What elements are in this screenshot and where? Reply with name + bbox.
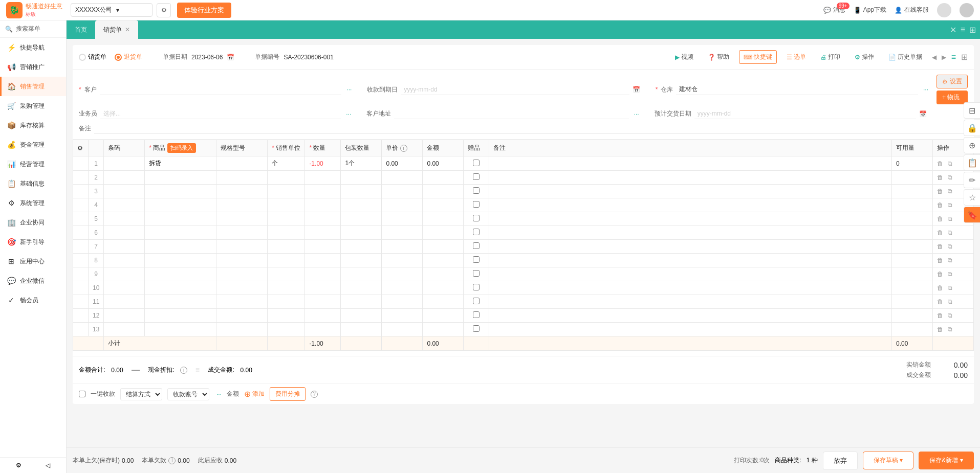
row-barcode[interactable] (104, 323, 145, 336)
row-pkg-qty[interactable] (341, 198, 382, 212)
remarks-input[interactable] (94, 123, 968, 134)
row-pkg-qty[interactable] (341, 240, 382, 254)
row-pkg-qty[interactable] (341, 281, 382, 295)
delete-icon[interactable]: 🗑 (937, 174, 943, 181)
view-mode-2-icon[interactable]: ⊞ (961, 52, 968, 62)
float-btn-5[interactable]: ✏ (964, 172, 980, 188)
row-qty[interactable] (305, 281, 341, 295)
row-unit[interactable] (268, 212, 305, 226)
row-gift[interactable] (464, 295, 489, 309)
copy-icon[interactable]: ⧉ (948, 201, 952, 209)
row-spec[interactable] (216, 309, 268, 323)
row-product[interactable] (145, 198, 216, 212)
sidebar-settings-icon[interactable]: ⚙ (16, 462, 21, 469)
row-barcode[interactable] (104, 198, 145, 212)
row-product[interactable] (145, 226, 216, 240)
payment-account-select[interactable]: 收款账号 (167, 388, 209, 400)
tab-list-icon[interactable]: ≡ (961, 25, 965, 34)
row-spec[interactable] (216, 267, 268, 281)
row-unit[interactable] (268, 240, 305, 254)
operation-btn[interactable]: ⚙ 操作 (850, 50, 879, 64)
row-barcode[interactable] (104, 226, 145, 240)
sidebar-item-purchase[interactable]: 🛒 采购管理 (0, 96, 66, 116)
row-price[interactable] (382, 198, 423, 212)
copy-icon[interactable]: ⧉ (948, 271, 952, 278)
price-info-icon[interactable]: i (400, 145, 407, 152)
row-spec[interactable] (216, 254, 268, 267)
salesman-dots-btn[interactable]: ··· (346, 110, 351, 118)
row-spec[interactable] (216, 323, 268, 336)
row-amount[interactable] (423, 254, 464, 267)
copy-icon[interactable]: ⧉ (948, 229, 952, 236)
settings-button[interactable]: ⚙ (157, 3, 171, 17)
sidebar-item-wechat[interactable]: 💬 企业微信 (0, 271, 66, 290)
row-qty[interactable] (305, 309, 341, 323)
row-gift[interactable] (464, 171, 489, 185)
row-product[interactable] (145, 267, 216, 281)
avatar[interactable] (937, 3, 951, 17)
row-barcode[interactable] (104, 156, 145, 171)
row-gift[interactable] (464, 309, 489, 323)
row-product[interactable] (145, 156, 216, 171)
row-remark[interactable] (489, 198, 892, 212)
row-gift[interactable] (464, 185, 489, 198)
tab-grid-icon[interactable]: ⊞ (969, 25, 976, 35)
row-barcode[interactable] (104, 240, 145, 254)
delete-icon[interactable]: 🗑 (937, 215, 943, 222)
row-remark[interactable] (489, 281, 892, 295)
row-remark[interactable] (489, 323, 892, 336)
float-btn-2[interactable]: 🔒 (964, 120, 980, 136)
row-barcode[interactable] (104, 171, 145, 185)
row-price[interactable] (382, 240, 423, 254)
select-order-btn[interactable]: ☰ 选单 (782, 50, 811, 64)
sidebar-item-operations[interactable]: 📊 经营管理 (0, 154, 66, 174)
delete-icon[interactable]: 🗑 (937, 201, 943, 209)
row-barcode[interactable] (104, 267, 145, 281)
row-pkg-qty[interactable] (341, 212, 382, 226)
row-gift[interactable] (464, 240, 489, 254)
row-remark[interactable] (489, 185, 892, 198)
due-date-input[interactable] (401, 84, 629, 95)
row-gift[interactable] (464, 212, 489, 226)
row-spec[interactable] (216, 171, 268, 185)
row-remark[interactable] (489, 254, 892, 267)
copy-icon[interactable]: ⧉ (948, 284, 952, 291)
delete-icon[interactable]: 🗑 (937, 188, 943, 195)
row-qty[interactable] (305, 185, 341, 198)
row-barcode[interactable] (104, 295, 145, 309)
delete-icon[interactable]: 🗑 (937, 284, 943, 291)
row-pkg-qty[interactable] (341, 185, 382, 198)
sidebar-item-member[interactable]: ✓ 畅会员 (0, 290, 66, 310)
delete-icon[interactable]: 🗑 (937, 243, 943, 250)
row-unit[interactable] (268, 281, 305, 295)
radio-sales-order[interactable]: 销货单 (79, 53, 106, 61)
avatar-2[interactable] (960, 3, 974, 17)
row-qty[interactable] (305, 267, 341, 281)
row-amount[interactable] (423, 323, 464, 336)
row-remark[interactable] (489, 295, 892, 309)
float-btn-6[interactable]: ☆ (964, 189, 980, 206)
row-pkg-qty[interactable] (341, 323, 382, 336)
calendar-icon[interactable]: 📅 (227, 54, 234, 61)
tab-close-icon[interactable]: ✕ (125, 26, 130, 33)
row-unit[interactable] (268, 295, 305, 309)
expense-info-icon[interactable]: ? (311, 391, 318, 398)
row-product[interactable] (145, 295, 216, 309)
row-remark[interactable] (489, 171, 892, 185)
video-btn[interactable]: ▶ 视频 (670, 50, 698, 64)
row-price[interactable] (382, 254, 423, 267)
copy-icon[interactable]: ⧉ (948, 243, 952, 250)
row-unit[interactable] (268, 226, 305, 240)
help-btn[interactable]: ❓ 帮助 (703, 50, 734, 64)
row-qty[interactable] (305, 254, 341, 267)
cash-discount-info-icon[interactable]: i (180, 367, 187, 374)
copy-icon[interactable]: ⧉ (948, 257, 952, 264)
row-remark[interactable] (489, 226, 892, 240)
row-amount[interactable] (423, 198, 464, 212)
message-button[interactable]: 💬 消息 99+ (823, 6, 845, 14)
row-product[interactable] (145, 185, 216, 198)
copy-icon[interactable]: ⧉ (948, 160, 952, 167)
row-product[interactable] (145, 254, 216, 267)
row-unit[interactable] (268, 309, 305, 323)
float-btn-orange[interactable]: 🔖 (964, 207, 980, 223)
